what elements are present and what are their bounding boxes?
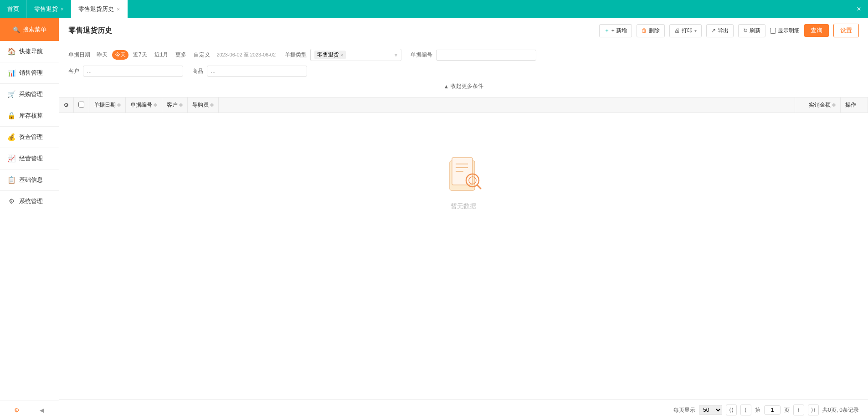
sidebar-item-system-mgmt[interactable]: ⚙ 系统管理 xyxy=(0,191,59,212)
col-number[interactable]: 单据编号 xyxy=(126,97,162,113)
col-customer-sort-icon xyxy=(179,103,183,107)
refresh-icon: ↻ xyxy=(743,27,748,34)
sidebar-item-quick-nav-label: 快捷导航 xyxy=(19,47,43,56)
filter-date-more[interactable]: 更多 xyxy=(173,50,189,60)
col-date[interactable]: 单据日期 xyxy=(89,97,126,113)
sidebar-item-quick-nav[interactable]: 🏠 快捷导航 xyxy=(0,41,59,62)
empty-text: 暂无数据 xyxy=(451,202,476,210)
filter-date-yesterday[interactable]: 昨天 xyxy=(94,50,110,60)
settings-button[interactable]: 设置 xyxy=(833,24,859,37)
sidebar-item-purchase-mgmt[interactable]: 🛒 采购管理 xyxy=(0,84,59,105)
window-close-button[interactable]: × xyxy=(850,0,868,18)
delete-icon: 🗑 xyxy=(642,27,647,34)
tab-home-label: 首页 xyxy=(7,5,19,13)
purchase-mgmt-icon: 🛒 xyxy=(7,90,15,98)
filter-date-today[interactable]: 今天 xyxy=(112,50,128,60)
col-checkbox[interactable] xyxy=(74,97,89,113)
tab-retail-return[interactable]: 零售退货 × xyxy=(27,0,71,18)
column-settings-icon[interactable]: ⚙ xyxy=(64,102,69,108)
filter-goods-label: 商品 xyxy=(192,67,203,75)
sidebar: 🔍 搜索菜单 🏠 快捷导航 📊 销售管理 🛒 采购管理 🔒 库存核算 💰 xyxy=(0,18,59,420)
show-detail-checkbox-container[interactable]: 显示明细 xyxy=(770,27,800,35)
operations-mgmt-icon: 📈 xyxy=(7,154,15,163)
empty-state: 暂无数据 xyxy=(59,113,868,247)
new-button[interactable]: ＋ + 新增 xyxy=(599,24,632,37)
refresh-label: 刷新 xyxy=(750,27,760,35)
delete-button[interactable]: 🗑 删除 xyxy=(637,24,665,37)
filter-type-tag-close[interactable]: × xyxy=(340,52,343,58)
tab-retail-return-history-label: 零售退货历史 xyxy=(78,5,114,13)
filter-row-1: 单据日期 昨天 今天 近7天 近1月 更多 自定义 2023-06-02 至 2… xyxy=(68,49,859,61)
col-guide[interactable]: 导购员 xyxy=(188,97,219,113)
main-layout: 🔍 搜索菜单 🏠 快捷导航 📊 销售管理 🛒 采购管理 🔒 库存核算 💰 xyxy=(0,18,868,420)
col-settings[interactable]: ⚙ xyxy=(59,97,74,113)
sidebar-item-basic-info-label: 基础信息 xyxy=(19,176,43,184)
sidebar-item-sales-mgmt[interactable]: 📊 销售管理 xyxy=(0,62,59,84)
last-page-button[interactable]: ⟩⟩ xyxy=(808,405,819,415)
show-detail-checkbox[interactable] xyxy=(770,28,776,34)
search-icon: 🔍 xyxy=(13,26,20,33)
export-button[interactable]: ↗ 导出 xyxy=(706,24,734,37)
filter-date-custom[interactable]: 自定义 xyxy=(191,50,213,60)
tab-home[interactable]: 首页 xyxy=(0,0,27,18)
collapse-button[interactable]: ▲ 收起更多条件 xyxy=(439,81,488,92)
filter-date-range-text: 2023-06-02 至 2023-06-02 xyxy=(216,51,276,58)
next-page-button[interactable]: ⟩ xyxy=(793,405,804,415)
filter-area: 单据日期 昨天 今天 近7天 近1月 更多 自定义 2023-06-02 至 2… xyxy=(59,43,868,97)
filter-number-input[interactable] xyxy=(436,50,536,61)
sidebar-item-sales-mgmt-label: 销售管理 xyxy=(19,69,43,77)
filter-customer-input[interactable]: ... xyxy=(83,66,183,77)
filter-date-range: 2023-06-02 至 2023-06-02 xyxy=(216,51,276,58)
filter-type-select[interactable]: 零售退货 × ▾ xyxy=(310,49,401,61)
sidebar-collapse-button[interactable]: ◀ xyxy=(35,404,49,417)
filter-goods-input[interactable]: ... xyxy=(207,66,307,77)
query-button[interactable]: 查询 xyxy=(804,24,829,37)
tab-retail-return-history[interactable]: 零售退货历史 × xyxy=(71,0,127,18)
sidebar-search[interactable]: 🔍 搜索菜单 xyxy=(0,18,59,41)
sidebar-item-inventory[interactable]: 🔒 库存核算 xyxy=(0,105,59,127)
table-area: ⚙ 单据日期 xyxy=(59,97,868,400)
per-page-select[interactable]: 20 50 100 xyxy=(699,405,722,415)
sidebar-item-system-mgmt-label: 系统管理 xyxy=(19,197,43,205)
col-operations: 操作 xyxy=(841,97,868,113)
system-mgmt-icon: ⚙ xyxy=(7,197,15,205)
col-amount[interactable]: 实销金额 xyxy=(795,97,841,113)
page-title: 零售退货历史 xyxy=(68,26,112,36)
sidebar-item-finance-mgmt-label: 资金管理 xyxy=(19,133,43,141)
query-label: 查询 xyxy=(811,27,822,34)
refresh-button[interactable]: ↻ 刷新 xyxy=(738,24,765,37)
print-label: 打印 xyxy=(682,27,693,35)
filter-type-tag: 零售退货 × xyxy=(314,51,346,59)
tab-retail-return-close[interactable]: × xyxy=(61,6,63,12)
col-customer[interactable]: 客户 xyxy=(162,97,188,113)
sidebar-settings-button[interactable]: ⚙ xyxy=(10,404,24,417)
new-icon: ＋ xyxy=(604,27,610,35)
filter-customer-item: 客户 ... xyxy=(68,66,183,77)
quick-nav-icon: 🏠 xyxy=(7,47,15,56)
prev-page-button[interactable]: ⟨ xyxy=(740,405,751,415)
svg-line-6 xyxy=(477,185,481,189)
filter-customer-label: 客户 xyxy=(68,67,79,75)
filter-type-value: 零售退货 xyxy=(317,51,339,59)
collapse-label: 收起更多条件 xyxy=(451,82,483,90)
tab-retail-return-history-close[interactable]: × xyxy=(117,6,119,12)
page-number-input[interactable] xyxy=(764,405,781,415)
col-number-sort-icon xyxy=(154,103,157,107)
first-page-button[interactable]: ⟨⟨ xyxy=(726,405,737,415)
sidebar-item-basic-info[interactable]: 📋 基础信息 xyxy=(0,169,59,191)
filter-date-7days[interactable]: 近7天 xyxy=(130,50,150,60)
page-prefix-label: 第 xyxy=(755,406,760,414)
print-icon: 🖨 xyxy=(674,27,680,34)
filter-date-1month[interactable]: 近1月 xyxy=(152,50,171,60)
sidebar-item-purchase-mgmt-label: 采购管理 xyxy=(19,90,43,98)
sidebar-item-operations-mgmt[interactable]: 📈 经营管理 xyxy=(0,148,59,169)
print-button[interactable]: 🖨 打印 ▾ xyxy=(669,24,702,37)
filter-type-item: 单据类型 零售退货 × ▾ xyxy=(285,49,401,61)
top-bar: 首页 零售退货 × 零售退货历史 × × xyxy=(0,0,868,18)
sidebar-item-finance-mgmt[interactable]: 💰 资金管理 xyxy=(0,127,59,148)
select-all-checkbox[interactable] xyxy=(78,102,84,108)
filter-number-item: 单据编号 xyxy=(411,50,536,61)
delete-label: 删除 xyxy=(649,27,660,35)
filter-date-item: 单据日期 昨天 今天 近7天 近1月 更多 自定义 2023-06-02 至 2… xyxy=(68,50,276,60)
inventory-icon: 🔒 xyxy=(7,112,15,120)
